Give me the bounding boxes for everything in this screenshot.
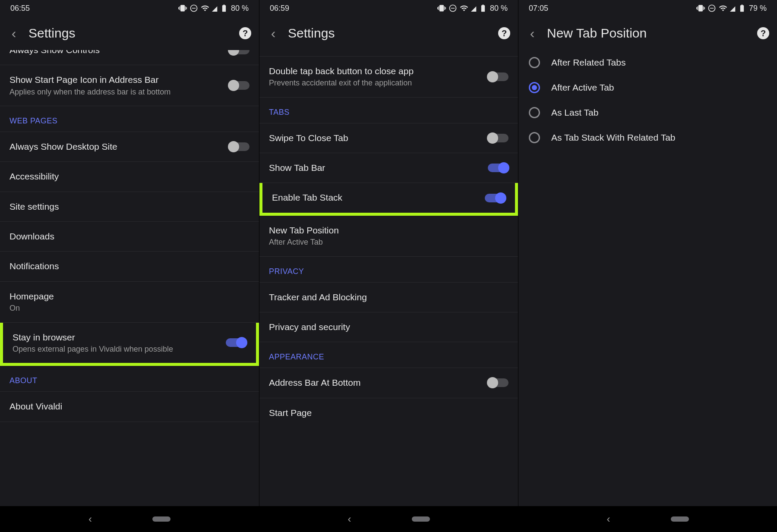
label: Tracker and Ad Blocking [269,291,509,303]
toggle-address-bar-bottom[interactable] [488,378,509,387]
radio-after-active-tab[interactable]: After Active Tab [518,75,777,100]
section-tabs: TABS [259,98,518,123]
row-notifications[interactable]: Notifications [0,252,259,281]
svg-rect-2 [741,7,743,11]
row-address-bar-bottom[interactable]: Address Bar At Bottom [259,368,518,398]
nav-home-pill[interactable] [152,516,171,522]
dnd-icon [449,4,457,13]
row-always-show-controls[interactable]: Always Show Controls [0,50,259,65]
row-privacy-security[interactable]: Privacy and security [259,312,518,342]
status-right: ◢ 80 % [437,4,508,13]
radio-icon [529,82,540,93]
nav-back-button[interactable]: ‹ [88,513,92,525]
dnd-icon [190,4,198,13]
label: Always Show Desktop Site [9,141,222,153]
label: Homepage [9,290,250,302]
nav-back-button[interactable]: ‹ [607,513,610,525]
row-show-tab-bar[interactable]: Show Tab Bar [259,153,518,183]
row-start-page-icon[interactable]: Show Start Page Icon in Address Bar Appl… [0,65,259,106]
nav-bar: ‹ [259,506,518,532]
back-button[interactable]: ‹ [8,27,20,39]
label: Show Start Page Icon in Address Bar [9,74,222,86]
vibrate-icon [696,4,705,13]
row-desktop-site[interactable]: Always Show Desktop Site [0,132,259,162]
battery-icon [479,4,487,13]
row-site-settings[interactable]: Site settings [0,192,259,222]
row-downloads[interactable]: Downloads [0,222,259,252]
radio-label: After Related Tabs [551,57,625,68]
sublabel: Applies only when the address bar is at … [9,87,222,97]
radio-icon [529,132,540,143]
screen-1-settings: 06:55 ◢ 80 % ‹ Settings ? Always Show Co… [0,0,259,532]
nav-home-pill[interactable] [412,516,430,522]
toggle-always-show-controls[interactable] [229,50,250,54]
row-stay-in-browser[interactable]: Stay in browser Opens external pages in … [0,323,259,366]
wifi-icon [719,4,727,13]
radio-as-tab-stack-related[interactable]: As Tab Stack With Related Tab [518,125,777,150]
battery-percent: 80 % [231,4,249,13]
section-appearance: APPEARANCE [259,342,518,368]
section-privacy: PRIVACY [259,257,518,282]
nav-home-pill[interactable] [671,516,689,522]
status-right: ◢ 80 % [178,4,249,13]
vibrate-icon [437,4,446,13]
radio-label: As Tab Stack With Related Tab [551,132,676,143]
label: Enable Tab Stack [272,192,478,204]
radio-as-last-tab[interactable]: As Last Tab [518,100,777,125]
radio-label: After Active Tab [551,82,614,93]
row-homepage[interactable]: Homepage On [0,282,259,323]
page-title: Settings [28,26,231,41]
help-icon[interactable]: ? [757,27,769,39]
status-time: 06:59 [270,4,289,13]
settings-list: Double tap back button to close app Prev… [259,50,518,506]
row-double-tap-back[interactable]: Double tap back button to close app Prev… [259,56,518,98]
label: Address Bar At Bottom [269,377,481,389]
row-swipe-close-tab[interactable]: Swipe To Close Tab [259,123,518,153]
header: ‹ New Tab Position ? [518,16,777,50]
signal-icon: ◢ [471,4,476,13]
radio-after-related-tabs[interactable]: After Related Tabs [518,50,777,75]
page-title: Settings [288,26,490,41]
toggle-desktop-site[interactable] [229,142,250,151]
toggle-stay-in-browser[interactable] [226,338,246,347]
status-bar: 06:55 ◢ 80 % [0,0,259,16]
label: Privacy and security [269,321,509,333]
row-start-page[interactable]: Start Page [259,398,518,428]
header: ‹ Settings ? [259,16,518,50]
battery-percent: 79 % [749,4,767,13]
label: Stay in browser [13,331,219,343]
nav-bar: ‹ [518,506,777,532]
row-accessibility[interactable]: Accessibility [0,162,259,192]
row-enable-tab-stack[interactable]: Enable Tab Stack [259,183,518,215]
wifi-icon [201,4,209,13]
row-about-vivaldi[interactable]: About Vivaldi [0,391,259,422]
status-time: 07:05 [529,4,548,13]
label: Accessibility [9,170,250,183]
row-new-tab-position[interactable]: New Tab Position After Active Tab [259,216,518,257]
back-button[interactable]: ‹ [267,27,279,39]
label: About Vivaldi [9,400,250,412]
toggle-show-tab-bar[interactable] [488,164,509,172]
label: Show Tab Bar [269,162,481,174]
radio-icon [529,57,540,68]
toggle-enable-tab-stack[interactable] [485,194,505,202]
section-web-pages: WEB PAGES [0,106,259,132]
section-about: ABOUT [0,366,259,391]
settings-list: Always Show Controls Show Start Page Ico… [0,50,259,506]
row-tracker-ad-blocking[interactable]: Tracker and Ad Blocking [259,282,518,312]
label: Notifications [9,260,250,272]
svg-rect-1 [482,7,484,11]
sublabel: Prevents accidental exit of the applicat… [269,78,481,88]
toggle-start-page-icon[interactable] [229,81,250,90]
wifi-icon [460,4,468,13]
nav-back-button[interactable]: ‹ [348,513,351,525]
label: Start Page [269,407,509,419]
help-icon[interactable]: ? [239,27,251,39]
help-icon[interactable]: ? [498,27,510,39]
toggle-double-tap-back[interactable] [488,72,509,81]
back-button[interactable]: ‹ [526,27,538,39]
toggle-swipe-close-tab[interactable] [488,134,509,142]
label: Site settings [9,201,250,213]
svg-rect-0 [223,7,225,11]
label: New Tab Position [269,224,509,236]
